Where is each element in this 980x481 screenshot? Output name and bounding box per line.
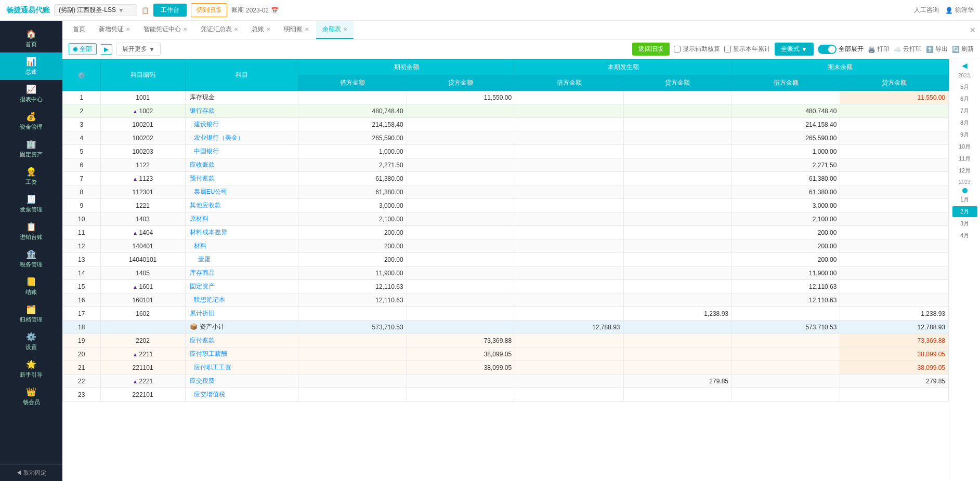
tab-balance-close[interactable]: ✕ [343,26,347,32]
tab-balance[interactable]: 余额表 ✕ [316,21,354,39]
account-link[interactable]: 应付职工薪酬 [190,350,227,357]
sidebar-item-archive[interactable]: 🗂️ 归档管理 [0,300,62,328]
tab-new-voucher[interactable]: 新增凭证 ✕ [93,21,136,39]
tab-voucher-summary-close[interactable]: ✕ [234,26,238,32]
checkbox-auxiliary-input[interactable] [674,46,681,52]
month-9[interactable]: 9月 [952,129,977,140]
account-link[interactable]: 银行存款 [190,107,215,114]
tab-home[interactable]: 首页 [67,21,92,39]
row-name[interactable]: 应付职工工资 [185,361,298,375]
row-name[interactable]: 农业银行（美金） [185,131,298,145]
row-name[interactable]: 预付账款 [185,172,298,185]
gear-icon[interactable]: ⚙️ [77,72,85,79]
account-link[interactable]: 应交增值税 [194,391,225,398]
row-name[interactable]: 固定资产 [185,280,298,293]
workbench-button[interactable]: 工作台 [153,4,187,17]
row-name[interactable]: 应付账款 [185,334,298,348]
tab-close-all[interactable]: ✕ [970,26,976,34]
copy-icon[interactable]: 📋 [141,7,149,14]
expand-icon[interactable]: ▲ [133,284,139,290]
cloud-print-action[interactable]: ☁️ 云打印 [894,45,922,54]
row-name[interactable]: 中国银行 [185,145,298,158]
sidebar-item-payroll[interactable]: 👷 工资 [0,163,62,190]
sidebar-item-assets[interactable]: 🏢 固定资产 [0,135,62,163]
sidebar-item-home[interactable]: 🏠 首页 [0,25,62,52]
company-selector[interactable]: (劣副) 江西股圣-LSS ▼ [54,4,137,16]
account-link[interactable]: 泰属EU公司 [194,188,228,195]
row-name[interactable]: 银行存款 [185,104,298,118]
expand-icon[interactable]: ▲ [133,109,139,114]
ai-consult[interactable]: 人工咨询 [914,6,939,15]
refresh-action[interactable]: 🔄 刷新 [952,45,974,54]
row-name[interactable]: 累计折旧 [185,307,298,320]
month-4[interactable]: 4月 [952,230,977,241]
row-name[interactable]: 泰属EU公司 [185,185,298,199]
row-name[interactable]: 库存商品 [185,266,298,280]
account-link[interactable]: 农业银行（美金） [194,134,244,141]
row-name[interactable]: 材料成本差异 [185,226,298,239]
account-link[interactable]: 应付职工工资 [194,364,231,371]
sidebar-item-invoice[interactable]: 🧾 发票管理 [0,190,62,218]
table-area[interactable]: ⚙️ 科目编码 科目 期初余额 本期发生额 期末余额 借方金额 贷方金额 借方金… [62,59,949,481]
month-2[interactable]: 2月 [952,206,977,217]
account-link[interactable]: 库存商品 [190,269,215,276]
filter-tag-all[interactable]: 全部 [69,43,97,55]
switch-version-button[interactable]: 切到旧版 [191,3,227,17]
checkbox-year-cumul-input[interactable] [724,46,731,52]
month-11[interactable]: 11月 [952,153,977,164]
expand-more-button[interactable]: 展开更多 ▼ [116,43,161,56]
expand-icon[interactable]: ▲ [133,230,139,236]
expand-icon[interactable]: ▲ [133,379,139,384]
full-mode-button[interactable]: 全账式 ▼ [775,43,814,56]
expand-all-toggle[interactable]: 全部展开 [818,45,864,54]
sidebar-item-closing[interactable]: 📒 结账 [0,273,62,300]
row-name[interactable]: 应付职工薪酬 [185,348,298,361]
print-action[interactable]: 🖨️ 打印 [868,45,890,54]
checkbox-year-cumul[interactable]: 显示本年累计 [724,45,770,54]
month-7[interactable]: 7月 [952,105,977,116]
account-link[interactable]: 壹蛋 [198,256,211,263]
account-link[interactable]: 联想笔记本 [194,296,225,303]
month-5[interactable]: 5月 [952,82,977,92]
return-old-version-button[interactable]: 返回旧版 [632,43,670,56]
tab-general-ledger-close[interactable]: ✕ [266,26,270,32]
sidebar-item-ledger[interactable]: 📊 总账 [0,52,62,80]
account-link[interactable]: 预付账款 [190,175,215,182]
expand-icon[interactable]: ▲ [133,176,139,182]
right-panel-expand[interactable]: ◀ [962,61,968,70]
account-link[interactable]: 应收账款 [190,161,215,168]
account-link[interactable]: 建设银行 [194,121,219,128]
tab-smart-voucher[interactable]: 智能凭证中心 ✕ [137,21,193,39]
account-link[interactable]: 应付账款 [190,337,215,344]
row-name[interactable]: 材料 [185,239,298,253]
row-name[interactable]: 建设银行 [185,118,298,131]
tab-detail-ledger-close[interactable]: ✕ [305,26,309,32]
tab-detail-ledger[interactable]: 明细账 ✕ [278,21,315,39]
account-link[interactable]: 原材料 [190,215,208,222]
account-link[interactable]: 固定资产 [190,283,215,290]
account-link[interactable]: 材料 [194,242,206,249]
calendar-icon[interactable]: 📅 [271,7,279,14]
tab-new-voucher-close[interactable]: ✕ [126,26,130,32]
sidebar-item-settings[interactable]: ⚙️ 设置 [0,328,62,355]
col-settings[interactable]: ⚙️ [63,60,101,91]
sidebar-item-member[interactable]: 👑 畅会员 [0,383,62,410]
sidebar-item-sales[interactable]: 📋 进销台账 [0,218,62,245]
user-info[interactable]: 👤 徐淫华 [945,6,974,15]
sidebar-bottom-unpin[interactable]: ◀ 取消固定 [0,464,62,481]
sidebar-item-tax[interactable]: 🏦 税务管理 [0,245,62,273]
expand-icon[interactable]: ▲ [133,352,139,357]
row-name[interactable]: 联想笔记本 [185,293,298,307]
filter-arrow-btn[interactable]: ▶ [101,44,112,55]
month-3[interactable]: 3月 [952,218,977,229]
month-1[interactable]: 1月 [952,194,977,205]
row-name[interactable]: 应交增值税 [185,388,298,402]
row-name[interactable]: 其他应收款 [185,199,298,212]
sidebar-item-guide[interactable]: 🌟 新手引导 [0,355,62,383]
account-link[interactable]: 中国银行 [194,148,219,155]
tab-voucher-summary[interactable]: 凭证汇总表 ✕ [194,21,244,39]
row-name[interactable]: 应交税费 [185,375,298,388]
tab-smart-voucher-close[interactable]: ✕ [183,26,187,32]
row-name[interactable]: 应收账款 [185,158,298,172]
month-12[interactable]: 12月 [952,165,977,176]
